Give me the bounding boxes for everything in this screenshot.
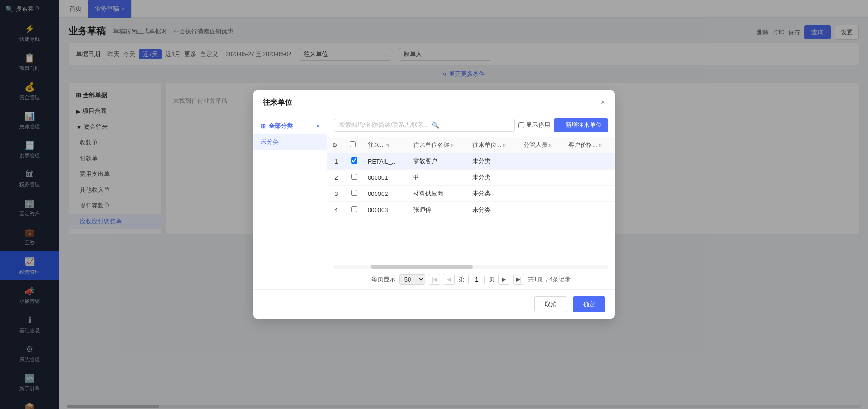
show-disabled-checkbox[interactable]: 显示停用 bbox=[518, 121, 550, 129]
row-category: 未分类 bbox=[468, 170, 519, 186]
row-num: 4 bbox=[327, 202, 345, 218]
row-name: 张师傅 bbox=[409, 202, 468, 218]
row-category: 未分类 bbox=[468, 186, 519, 202]
table-scroll-area[interactable]: ⚙ 往来... ⇅ 往来单位名称 ⇅ 往来单位... ⇅ 分管人员 ⇅ 客户价格… bbox=[327, 137, 615, 265]
table-row[interactable]: 1 RETAIL_... 零散客户 未分类 bbox=[327, 153, 615, 170]
first-page-button[interactable]: |◀ bbox=[429, 274, 440, 285]
row-price bbox=[564, 170, 615, 186]
sort-icon: ⇅ bbox=[598, 143, 602, 148]
row-person bbox=[519, 186, 564, 202]
modal-overlay: 往来单位 × ⊞ 全部分类 « 未分类 搜索编码/名称/简称/联系人/联系... bbox=[0, 0, 868, 409]
grid-icon-small: ⊞ bbox=[261, 123, 266, 130]
row-code: RETAIL_... bbox=[363, 153, 409, 170]
row-name: 材料供应商 bbox=[409, 186, 468, 202]
row-code: 000001 bbox=[363, 170, 409, 186]
row-checkbox[interactable] bbox=[351, 190, 357, 196]
next-page-button[interactable]: ▶ bbox=[498, 274, 509, 285]
search-icon: 🔍 bbox=[432, 122, 439, 129]
search-placeholder: 搜索编码/名称/简称/联系人/联系... bbox=[339, 121, 429, 129]
add-partner-button[interactable]: + 新增往来单位 bbox=[554, 118, 608, 132]
dialog-body: ⊞ 全部分类 « 未分类 搜索编码/名称/简称/联系人/联系... 🔍 显示停用 bbox=[253, 113, 615, 289]
sort-person[interactable]: 分管人员 ⇅ bbox=[523, 141, 552, 149]
cancel-button[interactable]: 取消 bbox=[534, 296, 567, 312]
row-num: 1 bbox=[327, 153, 345, 170]
sort-code[interactable]: 往来... ⇅ bbox=[368, 141, 390, 149]
th-name: 往来单位名称 ⇅ bbox=[409, 137, 468, 153]
prev-page-button[interactable]: ◀ bbox=[444, 274, 455, 285]
total-info: 共1页，4条记录 bbox=[528, 275, 571, 283]
sort-icon: ⇅ bbox=[386, 143, 390, 148]
row-checkbox-cell[interactable] bbox=[345, 153, 363, 170]
search-box[interactable]: 搜索编码/名称/简称/联系人/联系... 🔍 bbox=[334, 119, 515, 132]
page-prefix: 第 bbox=[459, 275, 465, 283]
row-code: 000003 bbox=[363, 202, 409, 218]
th-price: 客户价格... ⇅ bbox=[564, 137, 615, 153]
page-input[interactable] bbox=[468, 275, 485, 284]
row-checkbox-cell[interactable] bbox=[345, 170, 363, 186]
dialog-header: 往来单位 × bbox=[253, 90, 615, 113]
sort-name[interactable]: 往来单位名称 ⇅ bbox=[413, 141, 454, 149]
th-person: 分管人员 ⇅ bbox=[519, 137, 564, 153]
sort-icon: ⇅ bbox=[503, 143, 506, 148]
row-person bbox=[519, 153, 564, 170]
disabled-checkbox[interactable] bbox=[518, 122, 524, 128]
table-row[interactable]: 2 000001 甲 未分类 bbox=[327, 170, 615, 186]
table-row[interactable]: 3 000002 材料供应商 未分类 bbox=[327, 186, 615, 202]
dialog-partner: 往来单位 × ⊞ 全部分类 « 未分类 搜索编码/名称/简称/联系人/联系... bbox=[253, 90, 615, 319]
category-panel: ⊞ 全部分类 « 未分类 bbox=[253, 113, 327, 289]
row-num: 2 bbox=[327, 170, 345, 186]
category-collapse-button[interactable]: « bbox=[316, 123, 320, 129]
show-disabled-label: 显示停用 bbox=[526, 121, 550, 129]
row-category: 未分类 bbox=[468, 202, 519, 218]
row-checkbox-cell[interactable] bbox=[345, 186, 363, 202]
partners-table: ⚙ 往来... ⇅ 往来单位名称 ⇅ 往来单位... ⇅ 分管人员 ⇅ 客户价格… bbox=[327, 137, 615, 218]
settings-icon[interactable]: ⚙ bbox=[332, 142, 338, 149]
page-size-label: 每页显示 bbox=[371, 275, 396, 283]
th-code: 往来... ⇅ bbox=[363, 137, 409, 153]
row-num: 3 bbox=[327, 186, 345, 202]
th-check bbox=[345, 137, 363, 153]
dialog-title: 往来单位 bbox=[263, 98, 292, 107]
row-checkbox-cell[interactable] bbox=[345, 202, 363, 218]
category-all[interactable]: ⊞ 全部分类 « bbox=[253, 118, 327, 134]
table-row[interactable]: 4 000003 张师傅 未分类 bbox=[327, 202, 615, 218]
last-page-button[interactable]: ▶| bbox=[513, 274, 524, 285]
dialog-close-button[interactable]: × bbox=[600, 98, 605, 107]
row-category: 未分类 bbox=[468, 153, 519, 170]
row-price bbox=[564, 186, 615, 202]
dialog-scrollbar-thumb[interactable] bbox=[371, 265, 473, 269]
confirm-button[interactable]: 确定 bbox=[573, 296, 605, 312]
row-price bbox=[564, 202, 615, 218]
row-name: 零散客户 bbox=[409, 153, 468, 170]
sort-price[interactable]: 客户价格... ⇅ bbox=[568, 141, 602, 149]
category-all-label: 全部分类 bbox=[269, 122, 293, 130]
select-all-checkbox[interactable] bbox=[350, 141, 356, 147]
table-header-row: ⚙ 往来... ⇅ 往来单位名称 ⇅ 往来单位... ⇅ 分管人员 ⇅ 客户价格… bbox=[327, 137, 615, 153]
row-checkbox[interactable] bbox=[351, 157, 357, 164]
sort-category[interactable]: 往来单位... ⇅ bbox=[472, 141, 506, 149]
row-price bbox=[564, 153, 615, 170]
row-person bbox=[519, 202, 564, 218]
th-category: 往来单位... ⇅ bbox=[468, 137, 519, 153]
row-person bbox=[519, 170, 564, 186]
sort-icon: ⇅ bbox=[548, 143, 552, 148]
category-item-unclassified[interactable]: 未分类 bbox=[253, 134, 327, 150]
dialog-footer: 取消 确定 bbox=[253, 289, 615, 319]
table-panel: 搜索编码/名称/简称/联系人/联系... 🔍 显示停用 + 新增往来单位 bbox=[327, 113, 615, 289]
row-code: 000002 bbox=[363, 186, 409, 202]
table-toolbar: 搜索编码/名称/简称/联系人/联系... 🔍 显示停用 + 新增往来单位 bbox=[327, 113, 615, 137]
row-checkbox[interactable] bbox=[351, 174, 357, 180]
dialog-scrollbar[interactable] bbox=[334, 265, 608, 269]
pagination: 每页显示 50 100 |◀ ◀ 第 页 ▶ ▶| 共1页，4条记录 bbox=[327, 269, 615, 289]
page-size-select[interactable]: 50 100 bbox=[399, 274, 425, 285]
row-checkbox[interactable] bbox=[351, 206, 357, 212]
th-settings: ⚙ bbox=[327, 137, 345, 153]
sort-icon: ⇅ bbox=[450, 143, 454, 148]
row-name: 甲 bbox=[409, 170, 468, 186]
page-unit: 页 bbox=[489, 275, 495, 283]
